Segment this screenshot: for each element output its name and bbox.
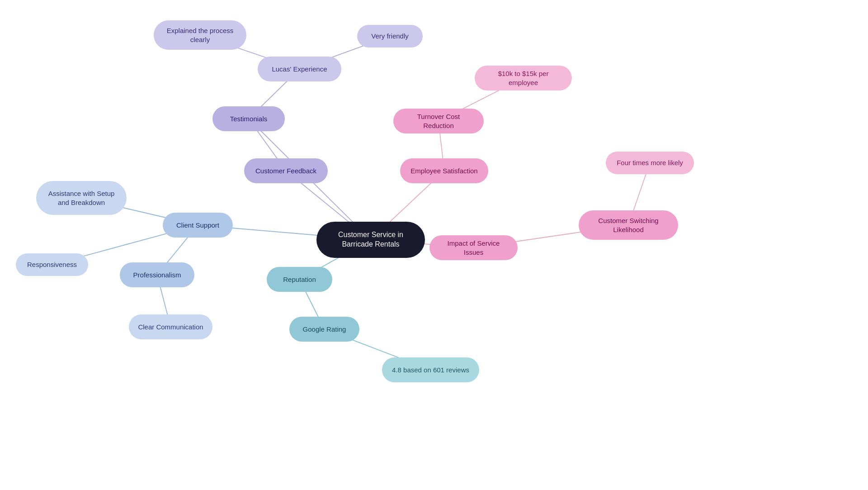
node-switching: Customer Switching Likelihood [579, 210, 678, 240]
node-clear-comm: Clear Communication [129, 314, 212, 339]
node-responsiveness: Responsiveness [16, 253, 88, 276]
node-google-rating: Google Rating [289, 317, 359, 342]
node-employee-sat: Employee Satisfaction [400, 158, 488, 183]
node-testimonials: Testimonials [212, 106, 285, 131]
node-reputation: Reputation [267, 267, 332, 292]
node-impact: Impact of Service Issues [429, 235, 518, 260]
node-four-times: Four times more likely [606, 152, 694, 174]
node-professionalism: Professionalism [120, 262, 194, 287]
node-friendly: Very friendly [357, 25, 423, 48]
center-node: Customer Service in Barricade Rentals [316, 222, 425, 258]
node-turnover: Turnover Cost Reduction [393, 109, 484, 133]
node-explained: Explained the process clearly [154, 20, 246, 50]
node-assistance: Assistance with Setup and Breakdown [36, 181, 127, 215]
node-client-support: Client Support [163, 213, 233, 238]
node-10k15k: $10k to $15k per employee [475, 66, 572, 90]
node-lucas: Lucas' Experience [258, 57, 341, 81]
node-reviews: 4.8 based on 601 reviews [382, 357, 479, 382]
node-customer-feedback: Customer Feedback [244, 158, 328, 183]
